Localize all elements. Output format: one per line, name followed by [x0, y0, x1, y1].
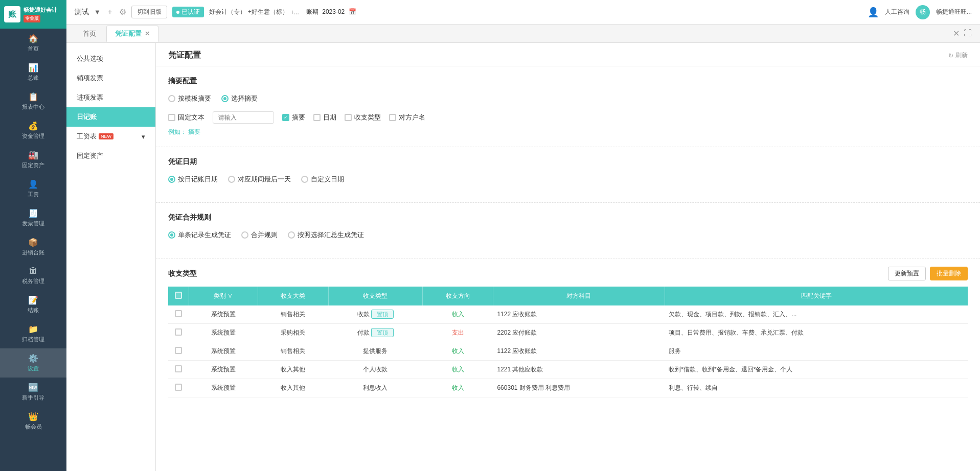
left-nav-label: 进项发票 [77, 93, 103, 102]
left-nav-item-工资表[interactable]: 工资表NEW▾ [66, 127, 155, 146]
radio-merge-rule[interactable]: 合并规则 [241, 230, 278, 240]
left-nav-item-进项发票[interactable]: 进项发票 [66, 88, 155, 107]
left-nav-item-日记账[interactable]: 日记账 [66, 107, 155, 127]
radio-summary-generate[interactable]: 按照选择汇总生成凭证 [288, 230, 364, 240]
type-tag[interactable]: 置顶 [371, 310, 394, 319]
content-area: 凭证配置 ↻ 刷新 摘要配置 按模板摘要 选择摘要 [156, 43, 980, 471]
refresh-btn[interactable]: ↻ 刷新 [948, 51, 968, 60]
radio-select-summary[interactable]: 选择摘要 [221, 94, 258, 103]
fixed-text-input[interactable] [213, 111, 274, 124]
checkbox-summary[interactable]: 摘要 [282, 113, 305, 122]
radio-label-single: 单条记录生成凭证 [178, 230, 231, 240]
sidebar-item-发票管理[interactable]: 🧾发票管理 [0, 203, 66, 232]
sidebar-label: 归档管理 [22, 336, 44, 343]
summary-radio-group: 按模板摘要 选择摘要 [168, 94, 968, 103]
sidebar-item-报表中心[interactable]: 📋报表中心 [0, 87, 66, 116]
income-table-title: 收支类型 [168, 269, 197, 278]
type-tag[interactable]: 置顶 [371, 328, 394, 337]
left-nav-item-公共选项[interactable]: 公共选项 [66, 49, 155, 68]
page-title: 凭证配置 [168, 50, 201, 61]
radio-label-template: 按模板摘要 [178, 94, 211, 103]
example-text: 例如： 摘要 [168, 128, 968, 136]
tab-close-btn[interactable]: ✕ [145, 30, 150, 37]
tab-首页[interactable]: 首页 [75, 26, 104, 41]
batch-delete-btn[interactable]: 批量删除 [930, 267, 968, 280]
sidebar-item-资金管理[interactable]: 💰资金管理 [0, 116, 66, 145]
radio-label-merge: 合并规则 [251, 230, 278, 240]
refresh-icon: ↻ [948, 52, 953, 59]
sidebar-item-新手引导[interactable]: 🆕新手引导 [0, 378, 66, 407]
tabbar-right: ✕ ⛶ [953, 29, 972, 38]
sidebar-item-固定资产[interactable]: 🏭固定资产 [0, 145, 66, 174]
cell-keywords: 欠款、现金、项目款、到款、报销款、汇入、... [665, 305, 968, 324]
sidebar-item-畅会员[interactable]: 👑畅会员 [0, 407, 66, 436]
radio-label-summary: 按照选择汇总生成凭证 [298, 230, 364, 240]
tab-凭证配置[interactable]: 凭证配置✕ [106, 26, 158, 42]
checkbox-income-type-label: 收支类型 [354, 113, 381, 122]
radio-circle-journal [168, 176, 175, 183]
row-checkbox[interactable] [175, 310, 182, 317]
checkbox-income-type-box [345, 114, 352, 121]
row-checkbox[interactable] [175, 347, 182, 354]
checkbox-date[interactable]: 日期 [313, 113, 336, 122]
example-prefix: 例如： [168, 128, 187, 135]
cell-type: 利息收入 [328, 379, 423, 397]
tab-close-icon[interactable]: ✕ [953, 29, 960, 38]
certified-badge: 已认证 [172, 7, 204, 17]
topbar-settings-btn[interactable]: ⚙ [119, 7, 126, 17]
left-nav-label: 工资表 [77, 132, 97, 141]
cell-subject: 1122 应收账款 [493, 305, 665, 324]
period-calendar-icon[interactable]: 📅 [349, 8, 356, 15]
radio-period-last-day[interactable]: 对应期间最后一天 [228, 175, 291, 184]
sidebar-label: 报表中心 [22, 103, 44, 111]
radio-template-summary[interactable]: 按模板摘要 [168, 94, 211, 103]
checkbox-date-box [313, 114, 321, 121]
sidebar-item-进销台账[interactable]: 📦进销台账 [0, 232, 66, 262]
radio-journal-date[interactable]: 按日记账日期 [168, 175, 218, 184]
consult-icon[interactable]: 👤 [868, 7, 879, 18]
dropdown-chevron: ▼ [94, 8, 101, 16]
row-checkbox[interactable] [175, 365, 182, 372]
left-nav-item-销项发票[interactable]: 销项发票 [66, 68, 155, 88]
cell-keywords: 服务 [665, 342, 968, 361]
sidebar-item-设置[interactable]: ⚙️设置 [0, 348, 66, 378]
cell-keywords: 项目、日常费用、报销款、车费、承兑汇票、付款 [665, 324, 968, 342]
sidebar-item-结账[interactable]: 📝结账 [0, 290, 66, 319]
tab-expand-icon[interactable]: ⛶ [964, 29, 972, 38]
cell-subject: 1122 应收账款 [493, 342, 665, 361]
left-nav-item-固定资产[interactable]: 固定资产 [66, 146, 155, 166]
sidebar-label: 资金管理 [22, 132, 44, 140]
sidebar-item-总账[interactable]: 📊总账 [0, 58, 66, 87]
row-checkbox[interactable] [175, 328, 182, 336]
tab-label: 凭证配置 [115, 29, 142, 38]
user-avatar[interactable]: 畅 [916, 5, 930, 19]
sidebar-icon: 📁 [28, 324, 38, 334]
sidebar-item-工资[interactable]: 👤工资 [0, 174, 66, 203]
checkbox-counterparty-box [389, 114, 396, 121]
topbar-add-btn[interactable]: ＋ [106, 7, 114, 17]
update-preset-btn[interactable]: 更新预置 [888, 267, 926, 280]
col-type: 收支类型 [328, 287, 423, 305]
cell-category: 系统预置 [189, 342, 258, 361]
checkbox-summary-box [282, 114, 289, 121]
cell-direction: 收入 [423, 379, 493, 397]
voucher-date-section: 凭证日期 按日记账日期 对应期间最后一天 自定义日期 [156, 147, 980, 203]
consult-label[interactable]: 人工咨询 [885, 8, 909, 16]
checkbox-income-type[interactable]: 收支类型 [345, 113, 381, 122]
left-nav-label: 固定资产 [77, 151, 103, 160]
radio-circle-template [168, 95, 175, 102]
logo-text: 畅捷通好会计 [24, 6, 57, 14]
radio-single-record[interactable]: 单条记录生成凭证 [168, 230, 231, 240]
sidebar-icon: 👑 [28, 412, 38, 421]
topbar-dropdown[interactable]: ▼ [94, 8, 101, 16]
checkbox-fixed-text[interactable]: 固定文本 [168, 113, 204, 122]
th-checkbox[interactable] [175, 292, 182, 299]
checkbox-counterparty-label: 对方户名 [399, 113, 425, 122]
checkbox-counterparty[interactable]: 对方户名 [389, 113, 425, 122]
row-checkbox[interactable] [175, 384, 182, 391]
switch-version-btn[interactable]: 切到旧版 [131, 6, 167, 18]
sidebar-item-首页[interactable]: 🏠首页 [0, 29, 66, 58]
sidebar-item-税务管理[interactable]: 🏛税务管理 [0, 262, 66, 290]
radio-custom-date[interactable]: 自定义日期 [301, 175, 344, 184]
sidebar-item-归档管理[interactable]: 📁归档管理 [0, 319, 66, 348]
